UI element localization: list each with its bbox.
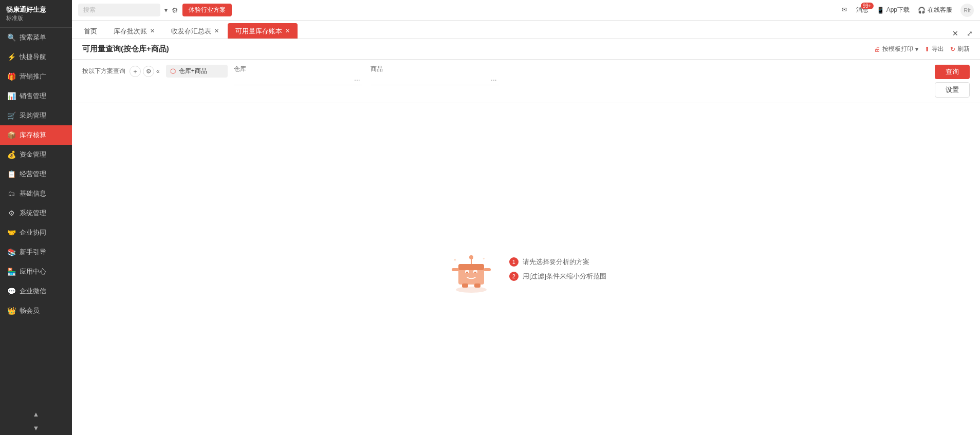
warehouse-input-wrap[interactable]: ··· bbox=[234, 74, 362, 85]
filter-scheme-item[interactable]: ⬡ 仓库+商品 bbox=[166, 65, 228, 78]
refresh-btn[interactable]: ↻ 刷新 bbox=[950, 45, 970, 53]
content: 可用量查询(按仓库+商品) 🖨 按模板打印 ▾ ⬆ 导出 ↻ 刷新 bbox=[72, 39, 980, 435]
sidebar-item-fund[interactable]: 💰 资金管理 bbox=[0, 145, 72, 164]
tab-home[interactable]: 首页 bbox=[76, 23, 105, 39]
tab-batch-account-label: 库存批次账 bbox=[114, 27, 147, 36]
basic-info-icon: 🗂 bbox=[7, 190, 15, 198]
filter-area: 按以下方案查询 ＋ ⚙ « ⬡ 仓库+商品 仓库 ··· bbox=[72, 60, 980, 103]
warehouse-input[interactable] bbox=[236, 76, 352, 83]
sidebar-item-label: 快捷导航 bbox=[20, 52, 46, 62]
tab-collect-summary-label: 收发存汇总表 bbox=[171, 27, 211, 36]
sidebar-item-label: 经营管理 bbox=[20, 169, 46, 179]
app-download-btn[interactable]: 📱 App下载 bbox=[877, 6, 910, 14]
sidebar-item-label: 应用中心 bbox=[20, 267, 46, 276]
settings-btn[interactable]: 设置 bbox=[935, 82, 970, 98]
sidebar-item-new-guide[interactable]: 📚 新手引导 bbox=[0, 242, 72, 262]
tab-batch-account[interactable]: 库存批次账 ✕ bbox=[106, 23, 162, 39]
sidebar-item-label: 库存核算 bbox=[20, 130, 46, 140]
marketing-icon: 🎁 bbox=[7, 72, 15, 81]
sidebar-scroll-down[interactable]: ▼ bbox=[0, 421, 72, 435]
filter-collapse-btn[interactable]: « bbox=[156, 68, 160, 75]
user-avatar[interactable]: Rit bbox=[960, 4, 974, 17]
sidebar-item-enterprise-coop[interactable]: 🤝 企业协同 bbox=[0, 223, 72, 242]
scheme-icon: ⬡ bbox=[170, 67, 176, 75]
product-input-wrap[interactable]: ··· bbox=[371, 74, 499, 85]
empty-state: ✦ ✦ 1 请先选择要分析的方案 2 用[过滤]条件来缩小分析范围 bbox=[72, 103, 980, 435]
vip-icon: 👑 bbox=[7, 307, 15, 315]
filter-field-product: 商品 ··· bbox=[371, 65, 499, 85]
trial-btn[interactable]: 体验行业方案 bbox=[182, 4, 232, 16]
sidebar-item-purchase[interactable]: 🛒 采购管理 bbox=[0, 106, 72, 125]
tab-available-ledger-close[interactable]: ✕ bbox=[285, 28, 290, 34]
online-service-label: 在线客服 bbox=[928, 6, 952, 14]
empty-tip-2: 2 用[过滤]条件来缩小分析范围 bbox=[509, 272, 606, 281]
tab-collect-summary[interactable]: 收发存汇总表 ✕ bbox=[163, 23, 227, 39]
svg-rect-2 bbox=[458, 264, 484, 270]
online-service-icon: 🎧 bbox=[918, 7, 926, 14]
export-btn[interactable]: ⬆ 导出 bbox=[924, 45, 944, 53]
warehouse-more-icon[interactable]: ··· bbox=[354, 75, 360, 84]
sales-icon: 📊 bbox=[7, 92, 15, 100]
sidebar-item-label: 企业微信 bbox=[20, 287, 46, 296]
filter-settings-btn[interactable]: ⚙ bbox=[143, 66, 154, 77]
fund-icon: 💰 bbox=[7, 150, 15, 159]
tab-collect-summary-close[interactable]: ✕ bbox=[214, 28, 219, 34]
svg-rect-6 bbox=[474, 272, 476, 273]
sidebar-item-label: 企业协同 bbox=[20, 228, 46, 237]
print-template-btn[interactable]: 🖨 按模板打印 ▾ bbox=[874, 45, 918, 53]
empty-tips: 1 请先选择要分析的方案 2 用[过滤]条件来缩小分析范围 bbox=[509, 257, 606, 281]
product-input[interactable] bbox=[373, 76, 489, 83]
topbar: 搜索 ▾ ⚙ 体验行业方案 ✉ 99+ 消息 📱 App下载 🎧 在线客服 Ri… bbox=[72, 0, 980, 21]
purchase-icon: 🛒 bbox=[7, 111, 15, 120]
sidebar-item-app-center[interactable]: 🏪 应用中心 bbox=[0, 262, 72, 281]
sidebar-item-inventory[interactable]: 📦 库存核算 bbox=[0, 125, 72, 145]
sidebar-item-sys-mgmt[interactable]: ⚙ 系统管理 bbox=[0, 203, 72, 223]
sidebar-item-label: 资金管理 bbox=[20, 150, 46, 159]
print-template-label: 按模板打印 bbox=[882, 45, 913, 53]
tab-expand-btn[interactable]: ⤢ bbox=[964, 28, 976, 39]
topbar-search-display: 搜索 bbox=[78, 4, 160, 16]
empty-tip-1: 1 请先选择要分析的方案 bbox=[509, 257, 606, 267]
sidebar-item-ops[interactable]: 📋 经营管理 bbox=[0, 164, 72, 184]
sidebar-item-quick-nav[interactable]: ⚡ 快捷导航 bbox=[0, 47, 72, 67]
inventory-icon: 📦 bbox=[7, 131, 15, 139]
sidebar-item-search-menu[interactable]: 🔍 搜索菜单 bbox=[0, 28, 72, 47]
sidebar-item-basic-info[interactable]: 🗂 基础信息 bbox=[0, 184, 72, 203]
sidebar-item-vip[interactable]: 👑 畅会员 bbox=[0, 301, 72, 320]
sidebar-item-sales[interactable]: 📊 销售管理 bbox=[0, 86, 72, 106]
svg-rect-7 bbox=[452, 268, 459, 271]
topbar-dropdown-btn[interactable]: ▾ bbox=[164, 7, 168, 14]
sidebar-nav: 🔍 搜索菜单 ⚡ 快捷导航 🎁 营销推广 📊 销售管理 🛒 采购管理 📦 库存核… bbox=[0, 28, 72, 407]
query-btn[interactable]: 查询 bbox=[935, 65, 970, 79]
message-btn[interactable]: ✉ 99+ 消息 bbox=[842, 6, 868, 14]
product-more-icon[interactable]: ··· bbox=[491, 75, 497, 84]
tab-available-ledger[interactable]: 可用量库存账本 ✕ bbox=[228, 23, 298, 39]
scheme-label: 仓库+商品 bbox=[179, 67, 207, 75]
sidebar-scroll-up[interactable]: ▲ bbox=[0, 407, 72, 421]
empty-tip-1-text: 请先选择要分析的方案 bbox=[523, 257, 589, 267]
online-service-btn[interactable]: 🎧 在线客服 bbox=[918, 6, 952, 14]
sidebar-item-enterprise-wechat[interactable]: 💬 企业微信 bbox=[0, 281, 72, 301]
tab-close-all-btn[interactable]: ✕ bbox=[949, 28, 961, 39]
print-dropdown-icon[interactable]: ▾ bbox=[915, 46, 918, 53]
sidebar: 畅康通好生意 标准版 🔍 搜索菜单 ⚡ 快捷导航 🎁 营销推广 📊 销售管理 🛒… bbox=[0, 0, 72, 435]
tab-batch-account-close[interactable]: ✕ bbox=[150, 28, 155, 34]
main-area: 搜索 ▾ ⚙ 体验行业方案 ✉ 99+ 消息 📱 App下载 🎧 在线客服 Ri… bbox=[72, 0, 980, 435]
sidebar-item-label: 基础信息 bbox=[20, 189, 46, 198]
filter-label: 按以下方案查询 bbox=[82, 67, 125, 75]
message-icon: ✉ bbox=[842, 6, 847, 13]
empty-illustration: ✦ ✦ bbox=[446, 243, 497, 295]
product-field-label: 商品 bbox=[371, 65, 499, 73]
filter-actions: ＋ ⚙ « bbox=[130, 66, 160, 77]
page-header: 可用量查询(按仓库+商品) 🖨 按模板打印 ▾ ⬆ 导出 ↻ 刷新 bbox=[72, 39, 980, 60]
page-title: 可用量查询(按仓库+商品) bbox=[82, 44, 169, 54]
svg-point-12 bbox=[469, 255, 473, 259]
svg-text:✦: ✦ bbox=[483, 257, 485, 260]
filter-add-btn[interactable]: ＋ bbox=[130, 66, 141, 77]
refresh-label: 刷新 bbox=[957, 45, 970, 53]
topbar-gear-icon[interactable]: ⚙ bbox=[172, 6, 178, 14]
app-center-icon: 🏪 bbox=[7, 268, 15, 276]
svg-rect-10 bbox=[474, 283, 480, 288]
tabbar: 首页 库存批次账 ✕ 收发存汇总表 ✕ 可用量库存账本 ✕ ✕ ⤢ bbox=[72, 21, 980, 39]
sidebar-item-marketing[interactable]: 🎁 营销推广 bbox=[0, 67, 72, 86]
